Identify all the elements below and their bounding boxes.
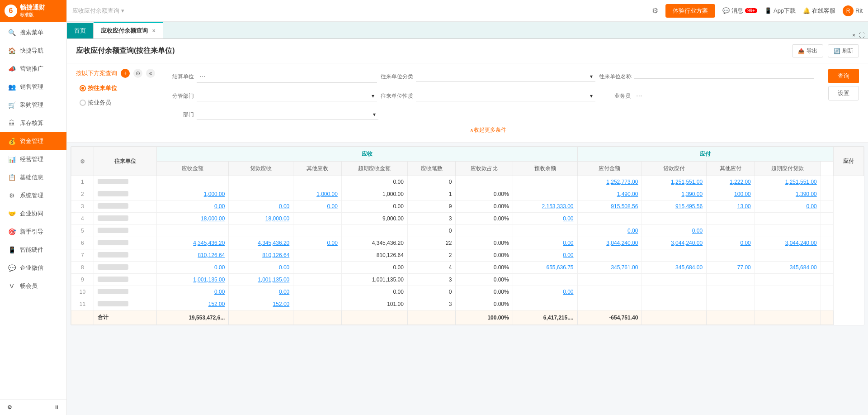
table-cell[interactable]: 13.00 <box>707 200 755 213</box>
cell-link[interactable]: 0.00 <box>279 289 289 295</box>
query-button[interactable]: 查询 <box>828 69 859 83</box>
table-cell[interactable]: 18,000.00 <box>157 213 229 225</box>
table-cell[interactable]: 0.00 <box>755 200 821 213</box>
cell-link[interactable]: 810,126.64 <box>262 252 289 258</box>
cell-link[interactable]: 0.00 <box>740 240 750 246</box>
sidebar-item-库存核算[interactable]: 🏛库存核算 <box>0 114 66 132</box>
cell-link[interactable]: 100.00 <box>734 191 751 197</box>
table-cell[interactable]: 152.00 <box>229 298 293 310</box>
settings-gear-icon[interactable]: ⚙ <box>652 6 658 15</box>
sidebar-item-快捷导航[interactable]: 🏠快捷导航 <box>0 42 66 60</box>
tab-close-btn[interactable]: × <box>152 28 156 34</box>
table-cell[interactable]: 345,684.00 <box>755 262 821 274</box>
cell-link[interactable]: 1,390.00 <box>796 191 817 197</box>
tab-minimize-icon[interactable]: × <box>852 32 855 38</box>
cell-link[interactable]: 1,251,551.00 <box>785 179 817 185</box>
table-cell[interactable]: 0.00 <box>157 286 229 298</box>
cell-link[interactable]: 0.00 <box>692 228 703 234</box>
table-gear-icon[interactable]: ⚙ <box>80 158 85 165</box>
table-cell[interactable]: 100.00 <box>707 188 755 200</box>
cell-link[interactable]: 345,684.00 <box>790 264 817 271</box>
cell-link[interactable]: 3,044,240.00 <box>671 240 703 246</box>
service-btn[interactable]: 🔔 在线客服 <box>803 7 835 15</box>
select-unit-category[interactable]: ▾ <box>416 72 595 82</box>
table-cell[interactable]: 4,345,436.20 <box>157 237 229 249</box>
settings-button[interactable]: 设置 <box>828 86 859 100</box>
table-cell[interactable]: 915,495.56 <box>642 200 707 213</box>
table-cell[interactable]: 0.00 <box>513 249 577 262</box>
table-cell[interactable]: 0.00 <box>157 200 229 213</box>
sidebar-item-搜索菜单[interactable]: 🔍搜索菜单 <box>0 24 66 42</box>
cell-link[interactable]: 1,490.00 <box>617 191 638 197</box>
sidebar-item-智能硬件[interactable]: 📱智能硬件 <box>0 241 66 259</box>
table-cell[interactable]: 1,251,551.00 <box>755 176 821 188</box>
table-cell[interactable]: 1,000.00 <box>157 188 229 200</box>
cell-link[interactable]: 18,000.00 <box>201 215 225 222</box>
table-cell[interactable]: 3,044,240.00 <box>642 237 707 249</box>
table-cell[interactable]: 810,126.64 <box>157 249 229 262</box>
sidebar-footer[interactable]: ⚙ ⏸ <box>0 399 66 415</box>
table-cell[interactable]: 0.00 <box>513 237 577 249</box>
cell-link[interactable]: 2,153,333.00 <box>542 203 573 210</box>
table-cell[interactable]: 1,001,135.00 <box>157 274 229 286</box>
table-cell[interactable]: 0.00 <box>577 225 642 237</box>
cell-link[interactable]: 1,252,773.00 <box>606 179 638 185</box>
sidebar-item-营销推广[interactable]: 📣营销推广 <box>0 60 66 78</box>
cell-link[interactable]: 1,001,135.00 <box>193 277 225 283</box>
table-cell[interactable]: 1,252,773.00 <box>577 176 642 188</box>
table-cell[interactable]: 77.00 <box>707 262 755 274</box>
cell-link[interactable]: 0.00 <box>563 289 573 295</box>
cell-link[interactable]: 4,345,436.20 <box>193 240 225 246</box>
cell-link[interactable]: 0.00 <box>279 203 289 210</box>
table-cell[interactable]: 915,508.56 <box>577 200 642 213</box>
collapse-more-btn[interactable]: ∧ 收起更多条件 <box>162 124 814 137</box>
cell-link[interactable]: 0.00 <box>563 252 573 258</box>
table-cell[interactable]: 152.00 <box>157 298 229 310</box>
table-cell[interactable]: 810,126.64 <box>229 249 293 262</box>
cell-link[interactable]: 0.00 <box>563 240 573 246</box>
collapse-btn[interactable]: « <box>146 69 155 78</box>
cell-link[interactable]: 0.00 <box>279 264 289 271</box>
cell-link[interactable]: 0.00 <box>214 203 225 210</box>
table-cell[interactable]: 1,000.00 <box>293 188 342 200</box>
table-cell[interactable]: 0.00 <box>707 237 755 249</box>
table-cell[interactable]: 3,044,240.00 <box>755 237 821 249</box>
table-cell[interactable]: 1,001,135.00 <box>229 274 293 286</box>
option-by-unit[interactable]: 按往来单位 <box>76 82 155 94</box>
cell-link[interactable]: 18,000.00 <box>265 215 289 222</box>
sidebar-item-企业协同[interactable]: 🤝企业协同 <box>0 205 66 223</box>
cell-link[interactable]: 3,044,240.00 <box>606 240 638 246</box>
select-dept[interactable]: ▾ <box>197 91 377 101</box>
cell-link[interactable]: 915,495.56 <box>675 203 703 210</box>
table-cell[interactable]: 0.00 <box>513 213 577 225</box>
cell-link[interactable]: 1,222.00 <box>730 179 751 185</box>
sidebar-item-系统管理[interactable]: ⚙系统管理 <box>0 186 66 205</box>
select-department[interactable]: ▾ <box>197 110 378 120</box>
table-cell[interactable]: 2,153,333.00 <box>513 200 577 213</box>
table-cell[interactable]: 1,390.00 <box>642 188 707 200</box>
cell-link[interactable]: 1,001,135.00 <box>258 277 289 283</box>
tab-home[interactable]: 首页 <box>67 23 94 38</box>
cell-link[interactable]: 0.00 <box>214 264 225 271</box>
table-cell[interactable]: 0.00 <box>157 262 229 274</box>
tab-report[interactable]: 应收应付余额查询 × <box>94 22 163 38</box>
collapse-icon[interactable]: ⏸ <box>54 404 59 410</box>
promo-button[interactable]: 体验行业方案 <box>665 4 715 18</box>
cell-link[interactable]: 4,345,436.20 <box>258 240 289 246</box>
cell-link[interactable]: 1,000.00 <box>316 191 338 197</box>
sidebar-item-资金管理[interactable]: 💰资金管理 <box>0 132 66 150</box>
cell-link[interactable]: 0.00 <box>627 228 638 234</box>
table-cell[interactable]: 655,636.75 <box>513 262 577 274</box>
cell-link[interactable]: 0.00 <box>327 203 338 210</box>
option-by-salesman[interactable]: 按业务员 <box>76 97 155 109</box>
sidebar-item-基础信息[interactable]: 📋基础信息 <box>0 168 66 186</box>
table-cell[interactable]: 3,044,240.00 <box>577 237 642 249</box>
table-cell[interactable]: 0.00 <box>229 200 293 213</box>
cell-link[interactable]: 345,761.00 <box>611 264 638 271</box>
th-settings[interactable]: ⚙ <box>71 147 94 176</box>
cell-link[interactable]: 1,000.00 <box>204 191 225 197</box>
cell-link[interactable]: 13.00 <box>737 203 751 210</box>
table-cell[interactable]: 0.00 <box>293 237 342 249</box>
download-btn[interactable]: 📱 App下载 <box>764 7 796 15</box>
table-cell[interactable]: 1,251,551.00 <box>642 176 707 188</box>
